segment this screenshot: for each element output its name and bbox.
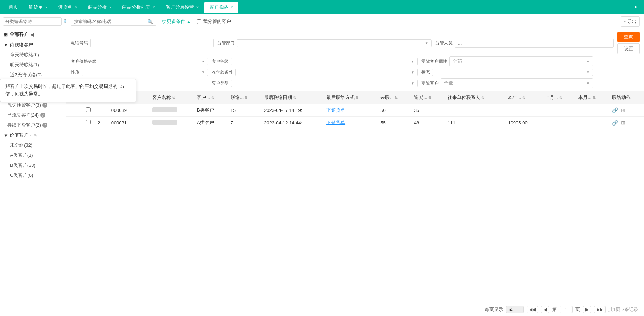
unread-column-header[interactable]: 未联...⇅ <box>377 91 411 104</box>
per-page-select[interactable]: 50 20 100 <box>506 306 524 313</box>
sidebar-item-b-class[interactable]: B类客户(33) <box>0 160 66 170</box>
status-select[interactable]: ▼ <box>432 69 593 76</box>
payment-select[interactable]: ▼ <box>235 69 418 76</box>
sort-icon[interactable]: ⇅ <box>293 96 296 100</box>
sidebar-item-a-class[interactable]: A类客户(1) <box>0 150 66 160</box>
settings-button[interactable]: 设置 <box>617 43 640 54</box>
row-last-contact-method[interactable]: 下销货单 <box>323 104 377 117</box>
this-year-column-header[interactable]: 本年...⇅ <box>504 91 541 104</box>
my-customers-checkbox[interactable] <box>197 19 201 24</box>
total-pages-label: 页 <box>575 306 580 313</box>
tab-product-analysis-list[interactable]: 商品分析列表 × <box>117 2 160 13</box>
close-icon[interactable]: × <box>109 5 111 9</box>
this-month-column-header[interactable]: 本月...⇅ <box>575 91 608 104</box>
close-icon[interactable]: × <box>231 5 233 9</box>
last-contact-method-column-header[interactable]: 最后联络方式⇅ <box>323 91 377 104</box>
tab-home[interactable]: 首页 <box>4 2 23 13</box>
tab-purchase-order[interactable]: 进货单 × <box>53 2 82 13</box>
sidebar-pending-section[interactable]: ▼ 待联络客户 <box>0 40 66 50</box>
sidebar-item-unclassified[interactable]: 未分组(32) <box>0 140 66 150</box>
my-customers-checkbox-wrap[interactable]: 我分管的客户 <box>197 18 231 25</box>
close-icon[interactable]: × <box>196 5 199 9</box>
sidebar-value-customer-header[interactable]: ▼ 价值客户 ○ ✎ <box>0 130 66 140</box>
export-button[interactable]: ↑ 导出 <box>621 16 640 27</box>
customer-type-column-header[interactable]: 客户...⇅ <box>193 91 227 104</box>
chevron-icon: ▲ <box>186 19 191 24</box>
sort-icon[interactable]: ⇅ <box>356 96 358 100</box>
sidebar-item-continuous-decline[interactable]: 持续下滑客户(2) ? <box>0 120 66 130</box>
data-table-wrapper[interactable]: ⚙ 客户编码⇅ 客户名称⇅ 客户...⇅ <box>66 91 644 303</box>
row-last-contact-date: 2023-04-12 14:44: <box>260 117 323 129</box>
search-input[interactable] <box>74 19 146 24</box>
sidebar-item-today-pending[interactable]: 今天待联络(0) <box>0 50 66 60</box>
customer-type-select[interactable]: ▼ <box>231 80 418 87</box>
tab-sales-order[interactable]: 销货单 × <box>24 2 52 13</box>
sidebar-item-7days-pending[interactable]: 近7天待联络(0) <box>0 70 66 80</box>
close-icon[interactable]: × <box>45 5 47 9</box>
first-page-button[interactable]: ◀◀ <box>527 306 538 313</box>
zero-retail2-label: 零散客户 <box>421 80 439 86</box>
tab-customer-segmentation[interactable]: 客户分层经营 × <box>161 2 204 13</box>
sidebar-item-c-class[interactable]: C类客户(6) <box>0 170 66 180</box>
zero-retail2-select[interactable]: 全部 ▼ <box>441 78 593 88</box>
sidebar-search-input[interactable] <box>3 17 62 26</box>
row-checkbox-cell[interactable] <box>82 117 94 129</box>
last-page-button[interactable]: ▶▶ <box>594 306 606 313</box>
link-action-icon[interactable]: 🔗 <box>612 107 618 113</box>
sidebar-item-tomorrow-pending[interactable]: 明天待联络(1) <box>0 60 66 70</box>
sort-icon[interactable]: ⇅ <box>481 96 484 100</box>
sidebar-all-customers-header[interactable]: ⊞ 全部客户 ◀ <box>0 29 66 40</box>
manager-select[interactable]: ... <box>455 39 614 48</box>
table-row: 1 000039 B类客户 15 2023-04-17 14:19: 下销货单 … <box>66 104 644 117</box>
row-last-contact-method[interactable]: 下销货单 <box>323 117 377 129</box>
row-checkbox[interactable] <box>86 107 91 112</box>
last-month-column-header[interactable]: 上月...⇅ <box>541 91 575 104</box>
sort-icon[interactable]: ⇅ <box>245 96 247 100</box>
price-level-select[interactable]: ▼ <box>99 58 208 65</box>
customer-type-label: 客户类型 <box>212 80 229 86</box>
sort-icon[interactable]: ⇅ <box>172 96 175 100</box>
gender-select[interactable]: ▼ <box>82 69 208 76</box>
customer-level-select[interactable]: ▼ <box>231 58 418 65</box>
row-checkbox-cell[interactable] <box>82 104 94 117</box>
unit-contacts-column-header[interactable]: 往来单位联系人⇅ <box>444 91 504 104</box>
sort-icon[interactable]: ⇅ <box>211 96 214 100</box>
qr-action-icon[interactable]: ⊞ <box>621 107 625 113</box>
close-icon[interactable]: × <box>75 5 77 9</box>
dept-select[interactable]: ▼ <box>237 39 432 47</box>
sort-icon[interactable]: ⇅ <box>559 96 562 100</box>
help-icon[interactable]: ? <box>42 103 47 108</box>
prev-page-button[interactable]: ◀ <box>541 306 549 313</box>
sort-icon[interactable]: ⇅ <box>593 96 596 100</box>
overdue-column-header[interactable]: 逾期...⇅ <box>411 91 444 104</box>
phone-input[interactable] <box>90 39 214 47</box>
help-icon[interactable]: ? <box>40 113 45 118</box>
tab-product-analysis[interactable]: 商品分析 × <box>83 2 116 13</box>
search-icon[interactable]: 🔍 <box>147 19 153 24</box>
zero-retail-select[interactable]: 全部 ▼ <box>449 56 593 66</box>
close-icon[interactable]: × <box>153 5 155 9</box>
sidebar-search-icon[interactable]: 🔍 <box>63 19 66 24</box>
last-contact-date-column-header[interactable]: 最后联络日期⇅ <box>260 91 323 104</box>
help-icon[interactable]: ? <box>42 123 47 128</box>
next-page-button[interactable]: ▶ <box>583 306 591 313</box>
sidebar-item-already-lost[interactable]: 已流失客户(24) ? <box>0 110 66 120</box>
page-input[interactable] <box>560 306 573 313</box>
window-close-button[interactable]: × <box>631 3 640 12</box>
row-contact: 15 <box>227 104 261 117</box>
collapse-icon[interactable]: ◀ <box>31 32 34 37</box>
edit-icon[interactable]: ✎ <box>34 133 37 138</box>
row-checkbox[interactable] <box>86 120 91 124</box>
sort-icon[interactable]: ⇅ <box>395 96 398 100</box>
circle-icon[interactable]: ○ <box>30 133 32 137</box>
sort-icon[interactable]: ⇅ <box>428 96 431 100</box>
row-last-contact-date: 2023-04-17 14:19: <box>260 104 323 117</box>
tab-customer-contact[interactable]: 客户联络 × <box>204 2 238 13</box>
qr-action-icon[interactable]: ⊞ <box>621 120 625 126</box>
link-action-icon[interactable]: 🔗 <box>612 120 618 126</box>
query-button[interactable]: 查询 <box>617 32 640 42</box>
more-conditions-button[interactable]: ▽ 更多条件 ▲ <box>160 17 193 26</box>
name-column-header[interactable]: 客户名称⇅ <box>149 91 193 104</box>
sort-icon[interactable]: ⇅ <box>522 96 525 100</box>
contact-column-header[interactable]: 联络...⇅ <box>227 91 261 104</box>
